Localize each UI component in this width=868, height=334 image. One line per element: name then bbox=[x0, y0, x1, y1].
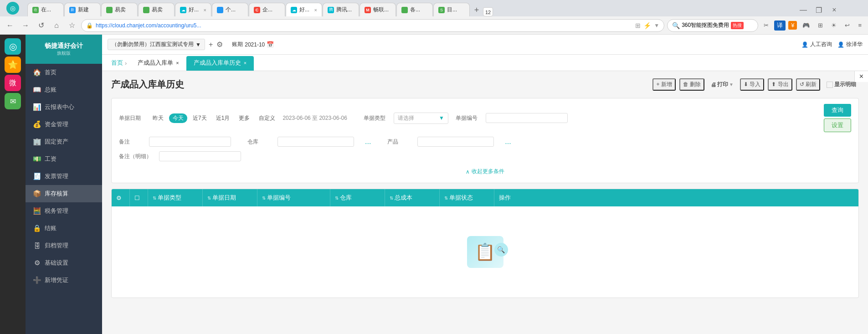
sidebar-item-report[interactable]: 📊 云报表中心 bbox=[26, 98, 102, 116]
sidebar-item-payroll[interactable]: 💵 工资 bbox=[26, 150, 102, 168]
page-tab-history-close[interactable]: × bbox=[244, 60, 247, 66]
print-button-group[interactable]: 🖨 打印 ▼ bbox=[708, 79, 736, 90]
page-actions: + 新增 🗑 删除 🖨 打印 ▼ ⬇ 导入 ⬆ 导出 ↺ 刷新 显示明细 bbox=[652, 78, 859, 91]
app-icon-star[interactable]: ⭐ bbox=[5, 57, 21, 73]
type-filter-select[interactable]: 请选择 ▼ bbox=[394, 113, 448, 124]
undo-button[interactable]: ↩ bbox=[842, 21, 853, 30]
tab-4[interactable]: 易卖 bbox=[138, 3, 175, 16]
add-company-button[interactable]: + bbox=[209, 41, 213, 49]
query-button[interactable]: 查询 bbox=[824, 104, 851, 117]
page-tab-list[interactable]: 产成品入库单 × bbox=[130, 56, 186, 71]
refresh-content-button[interactable]: ↺ 刷新 bbox=[796, 78, 820, 91]
date-btn-more[interactable]: 更多 bbox=[235, 113, 253, 123]
settings-filter-button[interactable]: 设置 bbox=[824, 118, 851, 132]
sidebar-item-inventory[interactable]: 📦 库存核算 bbox=[26, 185, 102, 202]
show-detail-toggle[interactable]: 显示明细 bbox=[824, 79, 859, 90]
tab-11[interactable]: 各... bbox=[396, 3, 433, 16]
collapse-label: 收起更多条件 bbox=[472, 168, 504, 175]
layout-button[interactable]: ⊞ bbox=[815, 21, 826, 30]
sidebar-item-invoice[interactable]: 🧾 发票管理 bbox=[26, 168, 102, 185]
page-tab-history[interactable]: 产成品入库单历史 × bbox=[186, 56, 254, 71]
app-icon-mail[interactable]: ✉ bbox=[5, 93, 21, 109]
delete-button[interactable]: 🗑 删除 bbox=[679, 78, 704, 91]
new-tab-button[interactable]: + bbox=[470, 4, 483, 16]
product-filter-input[interactable] bbox=[417, 137, 494, 147]
refresh-button[interactable]: ↺ bbox=[35, 19, 47, 32]
game-button[interactable]: 🎮 bbox=[800, 21, 812, 30]
th-type[interactable]: ⇅ 单据类型 bbox=[148, 189, 203, 206]
export-button[interactable]: ⬆ 导出 bbox=[768, 78, 792, 91]
translate-button[interactable]: 译 bbox=[774, 21, 786, 31]
tab-1[interactable]: 在 在... bbox=[27, 3, 64, 16]
sidebar-item-settings[interactable]: ⚙ 基础设置 bbox=[26, 254, 102, 272]
back-button[interactable]: ← bbox=[4, 19, 16, 32]
number-filter-input[interactable] bbox=[486, 113, 568, 123]
warehouse-more-button[interactable]: ... bbox=[365, 138, 371, 146]
company-selector[interactable]: （勿删勿禁用）江西服宝测试专用 ▼ bbox=[108, 39, 205, 50]
collapse-more-button[interactable]: ∧ 收起更多条件 bbox=[119, 166, 851, 177]
tab-5-close[interactable]: × bbox=[204, 7, 206, 13]
th-cost[interactable]: ⇅ 总成本 bbox=[385, 189, 440, 206]
user-menu[interactable]: 👤 徐泽华 bbox=[837, 41, 863, 48]
page-tab-list-close[interactable]: × bbox=[176, 60, 179, 66]
detail-remark-input[interactable] bbox=[159, 151, 241, 161]
th-warehouse[interactable]: ⇅ 仓库 bbox=[330, 189, 385, 206]
remark-filter-input[interactable] bbox=[149, 137, 231, 147]
sidebar-item-fixed[interactable]: 🏢 固定资产 bbox=[26, 133, 102, 150]
breadcrumb-home[interactable]: 首页 bbox=[111, 59, 123, 67]
date-btn-custom[interactable]: 自定义 bbox=[255, 113, 279, 123]
tab-5[interactable]: ☁ 好... × bbox=[175, 3, 211, 16]
th-number[interactable]: ⇅ 单据编号 bbox=[257, 189, 330, 206]
menu-button[interactable]: ≡ bbox=[855, 21, 864, 30]
th-status[interactable]: ⇅ 单据状态 bbox=[440, 189, 494, 206]
panel-close-button[interactable]: × bbox=[854, 71, 868, 82]
tab-2[interactable]: 新 新建 bbox=[64, 3, 101, 16]
sidebar-item-checkout[interactable]: 🔒 结账 bbox=[26, 220, 102, 237]
period-selector[interactable]: 账期 2021-10 📅 bbox=[232, 41, 274, 48]
sidebar-item-tax[interactable]: 🧮 税务管理 bbox=[26, 202, 102, 220]
date-btn-7days[interactable]: 近7天 bbox=[189, 113, 211, 123]
company-settings-button[interactable]: ⚙ bbox=[216, 40, 223, 49]
sidebar-label-newvoucher: 新增凭证 bbox=[45, 276, 68, 284]
tab-6[interactable]: 个... bbox=[212, 3, 248, 16]
scissors-button[interactable]: ✂ bbox=[761, 21, 771, 30]
address-dropdown-icon[interactable]: ▼ bbox=[654, 22, 659, 29]
tab-9[interactable]: 腾 腾讯... bbox=[323, 3, 359, 16]
service-button[interactable]: 👤 人工咨询 bbox=[801, 41, 832, 48]
tab-10[interactable]: M 畅联... bbox=[360, 3, 396, 16]
tab-count-badge[interactable]: 12 bbox=[483, 7, 493, 16]
import-button[interactable]: ⬇ 导入 bbox=[740, 78, 764, 91]
tab-3[interactable]: 易卖 bbox=[101, 3, 138, 16]
print-dropdown-icon[interactable]: ▼ bbox=[729, 82, 734, 87]
tab-8-close[interactable]: × bbox=[314, 7, 317, 13]
sidebar-item-funds[interactable]: 💰 资金管理 bbox=[26, 116, 102, 133]
add-button[interactable]: + 新增 bbox=[652, 78, 675, 91]
tab-12[interactable]: S 目... bbox=[433, 3, 470, 16]
tab-7[interactable]: C 企... bbox=[249, 3, 285, 16]
warehouse-filter-input[interactable] bbox=[277, 137, 354, 147]
sidebar-item-archive[interactable]: 🗄 归档管理 bbox=[26, 237, 102, 254]
address-bar[interactable]: 🔒 https://cloud.chanjet.com/accounting/u… bbox=[81, 19, 664, 32]
th-check[interactable]: ☐ bbox=[130, 189, 148, 206]
th-date[interactable]: ⇅ 单据日期 bbox=[203, 189, 257, 206]
minimize-button[interactable]: — bbox=[797, 4, 810, 16]
home-button[interactable]: ⌂ bbox=[50, 19, 63, 32]
maximize-button[interactable]: ❐ bbox=[812, 4, 825, 16]
date-btn-1month[interactable]: 近1月 bbox=[212, 113, 234, 123]
date-btn-yesterday[interactable]: 昨天 bbox=[149, 113, 167, 123]
brightness-button[interactable]: ☀ bbox=[828, 21, 839, 30]
app-icon-social[interactable]: 微 bbox=[5, 75, 21, 91]
search-box[interactable]: 🔍 360智能抠图免费用 热搜 bbox=[667, 19, 758, 32]
forward-button[interactable]: → bbox=[19, 19, 32, 32]
bookmark-button[interactable]: ☆ bbox=[66, 19, 78, 32]
product-more-button[interactable]: ... bbox=[505, 138, 511, 146]
th-gear[interactable]: ⚙ bbox=[112, 189, 130, 206]
date-btn-today[interactable]: 今天 bbox=[169, 113, 187, 123]
coin-button[interactable]: ¥ bbox=[788, 21, 797, 30]
tab-8[interactable]: ☁ 好... × bbox=[286, 3, 322, 16]
sidebar-item-newvoucher[interactable]: ➕ 新增凭证 bbox=[26, 272, 102, 289]
app-icon-main[interactable]: ◎ bbox=[5, 38, 21, 55]
sidebar-item-home[interactable]: 🏠 首页 bbox=[26, 64, 102, 81]
close-browser-button[interactable]: × bbox=[828, 4, 841, 16]
sidebar-item-ledger[interactable]: 📖 总账 bbox=[26, 81, 102, 98]
